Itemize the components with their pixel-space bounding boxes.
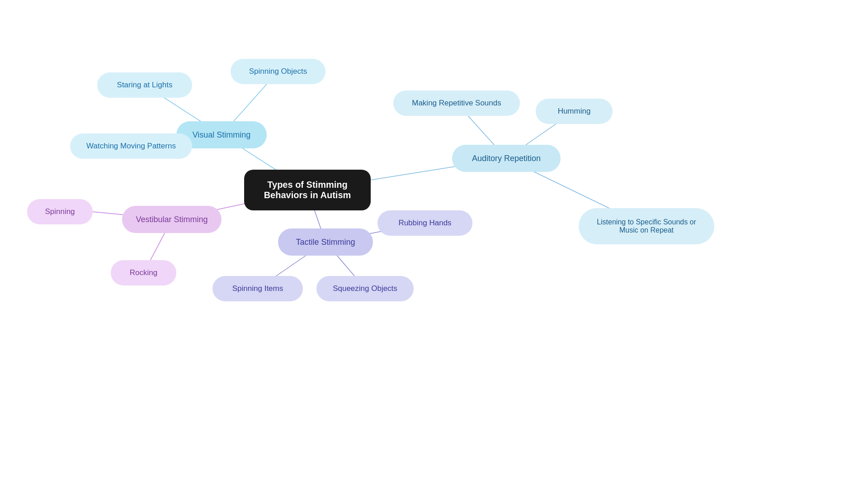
listening-repeat-label: Listening to Specific Sounds or Music on… xyxy=(590,218,703,234)
squeezing-objects-node: Squeezing Objects xyxy=(316,276,414,301)
squeezing-objects-label: Squeezing Objects xyxy=(333,284,397,293)
rubbing-hands-node: Rubbing Hands xyxy=(377,210,472,236)
watching-moving-patterns-node: Watching Moving Patterns xyxy=(70,133,192,159)
humming-label: Humming xyxy=(558,107,591,116)
rubbing-hands-label: Rubbing Hands xyxy=(398,219,451,228)
auditory-repetition-label: Auditory Repetition xyxy=(472,154,541,163)
spinning-items-node: Spinning Items xyxy=(212,276,303,301)
spinning-label: Spinning xyxy=(45,207,75,216)
vestibular-stimming-label: Vestibular Stimming xyxy=(136,215,208,224)
making-repetitive-sounds-label: Making Repetitive Sounds xyxy=(412,99,501,108)
making-repetitive-sounds-node: Making Repetitive Sounds xyxy=(393,90,520,116)
staring-at-lights-label: Staring at Lights xyxy=(117,81,173,90)
auditory-repetition-node: Auditory Repetition xyxy=(452,145,561,172)
watching-moving-patterns-label: Watching Moving Patterns xyxy=(86,142,176,151)
tactile-stimming-node: Tactile Stimming xyxy=(278,228,373,256)
spinning-objects-label: Spinning Objects xyxy=(249,67,307,76)
visual-stimming-label: Visual Stimming xyxy=(193,130,251,140)
humming-node: Humming xyxy=(536,99,613,124)
spinning-objects-node: Spinning Objects xyxy=(231,59,326,84)
staring-at-lights-node: Staring at Lights xyxy=(97,72,192,98)
vestibular-stimming-node: Vestibular Stimming xyxy=(122,206,222,233)
rocking-node: Rocking xyxy=(111,260,176,285)
center-label: Types of Stimming Behaviors in Autism xyxy=(253,180,362,200)
rocking-label: Rocking xyxy=(130,268,157,277)
spinning-items-label: Spinning Items xyxy=(232,284,283,293)
tactile-stimming-label: Tactile Stimming xyxy=(296,238,355,247)
listening-repeat-node: Listening to Specific Sounds or Music on… xyxy=(579,208,714,244)
center-node: Types of Stimming Behaviors in Autism xyxy=(244,170,371,210)
spinning-node: Spinning xyxy=(27,199,93,224)
